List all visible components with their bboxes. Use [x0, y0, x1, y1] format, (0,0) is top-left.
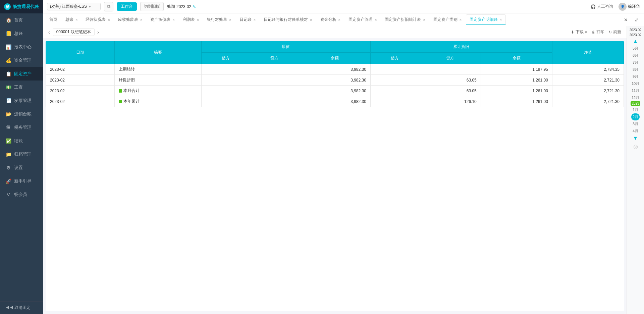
nav-next-arrow[interactable]: › [97, 30, 99, 35]
timeline-month[interactable]: 10月 [630, 80, 641, 87]
timeline-month[interactable]: 2月 [631, 113, 640, 120]
timeline-month[interactable]: 12月 [630, 94, 641, 101]
col-summary: 摘要 [115, 41, 201, 64]
sidebar-label-general-ledger: 总账 [14, 31, 23, 37]
timeline-month[interactable]: 8月 [630, 66, 641, 73]
tab-bank-statement[interactable]: 银行对账单× [203, 14, 235, 25]
timeline-month[interactable]: 6月 [630, 52, 641, 59]
company-selector[interactable]: (劝募) 江西服垒-LSS ▼ [47, 3, 101, 10]
tab-close-fa-management[interactable]: × [375, 18, 377, 22]
tab-label-profit-statement: 利润表 [183, 17, 195, 22]
timeline-month[interactable]: 11月 [630, 87, 641, 94]
sidebar-label-vip: 畅会员 [14, 192, 27, 198]
maximize-button[interactable]: ⤢ [632, 15, 641, 24]
cell-ad-debit [370, 64, 419, 75]
tab-journal[interactable]: 日记账× [236, 14, 259, 25]
cell-net-value: 2,721.30 [552, 96, 624, 107]
tab-journal-bank-check[interactable]: 日记账与银行对账单核对× [260, 14, 316, 25]
sidebar-icon-settlement: ✅ [5, 138, 11, 144]
sidebar-item-beginner-guide[interactable]: 🚀新手引导 [0, 174, 43, 188]
tab-close-profit-statement[interactable]: × [197, 18, 199, 22]
sidebar-item-settlement[interactable]: ✅结账 [0, 134, 43, 148]
cell-ov-balance: 3,982.30 [299, 96, 370, 107]
tab-close-receivables[interactable]: × [140, 18, 142, 22]
cell-ov-balance: 3,982.30 [299, 86, 370, 96]
nav-prev-arrow[interactable]: ‹ [48, 30, 50, 35]
close-all-tabs-button[interactable]: ✕ [621, 15, 631, 24]
print-button[interactable]: 🖨 打印 [591, 29, 604, 35]
sidebar-item-invoice-management[interactable]: 🧾发票管理 [0, 94, 43, 107]
print-label: 打印 [596, 29, 604, 35]
timeline-months-after: 1月2月3月4月 [631, 106, 640, 135]
cell-ov-credit [250, 64, 299, 75]
timeline-month[interactable]: 1月 [631, 106, 640, 113]
download-button[interactable]: ⬇ 下载 ▾ [571, 29, 587, 35]
tab-close-business-status[interactable]: × [108, 18, 110, 22]
sidebar-item-archive-management[interactable]: 📁归档管理 [0, 148, 43, 161]
copy-button[interactable]: ⧉ [104, 2, 113, 11]
tab-label-journal-bank-check: 日记账与银行对账单核对 [264, 17, 308, 22]
timeline-down-button[interactable]: ▼ [632, 135, 639, 142]
tab-close-balance-sheet[interactable]: × [172, 18, 174, 22]
refresh-icon: ↻ [608, 30, 612, 35]
switch-old-button[interactable]: 切到旧版 [140, 2, 164, 11]
sidebar-item-vip[interactable]: V畅会员 [0, 188, 43, 201]
table-row: 2023-02 本月合计 3,982.30 63.05 1,261.00 2,7… [46, 86, 624, 96]
tab-close-bank-statement[interactable]: × [229, 18, 231, 22]
tab-home[interactable]: 首页 [46, 14, 61, 25]
user-info[interactable]: 👤 徐泽华 [619, 3, 640, 11]
timeline-month[interactable]: 9月 [630, 73, 641, 80]
tab-fa-detail[interactable]: 固定资产明细账× [466, 14, 505, 25]
timeline-month[interactable]: 3月 [631, 120, 640, 127]
tab-close-fa-category[interactable]: × [460, 18, 462, 22]
sidebar-item-payroll[interactable]: 💵工资 [0, 81, 43, 94]
sidebar-item-fund-management[interactable]: 💰资金管理 [0, 54, 43, 67]
tab-fund-analysis[interactable]: 资金分析× [317, 14, 344, 25]
cell-net-value: 2,721.30 [552, 75, 624, 86]
sidebar-label-fund-management: 资金管理 [14, 57, 32, 63]
col-original-value: 原值 [201, 41, 370, 53]
sidebar-item-tax-management[interactable]: 🏛税务管理 [0, 121, 43, 134]
sidebar-item-report-center[interactable]: 📊报表中心 [0, 40, 43, 54]
timeline-month[interactable]: 5月 [630, 45, 641, 52]
tab-profit-statement[interactable]: 利润表× [179, 14, 203, 25]
tab-close-journal[interactable]: × [254, 18, 256, 22]
table-row: 2023-02 本年累计 3,982.30 126.10 1,261.00 2,… [46, 96, 624, 107]
tab-general-ledger[interactable]: 总账× [62, 14, 81, 25]
period-edit-icon[interactable]: ✎ [193, 4, 196, 9]
cell-ov-balance: 3,982.30 [299, 64, 370, 75]
sidebar-nav: 🏠首页📒总账📊报表中心💰资金管理📋固定资产💵工资🧾发票管理📂进销台账🏛税务管理✅… [0, 13, 43, 301]
sidebar-icon-sales-ledger: 📂 [5, 111, 11, 117]
workbench-button[interactable]: 工作台 [117, 2, 137, 11]
tab-close-general-ledger[interactable]: × [75, 18, 77, 22]
tab-balance-sheet[interactable]: 资产负债表× [147, 14, 178, 25]
tab-label-receivables: 应收账龄表 [118, 17, 138, 22]
timeline-month[interactable]: 7月 [630, 59, 641, 66]
sidebar-item-sales-ledger[interactable]: 📂进销台账 [0, 107, 43, 121]
tab-fa-management[interactable]: 固定资产管理× [345, 14, 380, 25]
timeline-month[interactable]: 4月 [631, 127, 640, 135]
download-icon: ⬇ [571, 30, 574, 35]
sidebar-footer[interactable]: ◀◀ 取消固定 [0, 301, 43, 314]
asset-name: 联想笔记本 [71, 30, 91, 34]
tab-close-fa-detail[interactable]: × [500, 17, 502, 21]
tab-business-status[interactable]: 经营状况表× [82, 14, 113, 25]
tab-receivables[interactable]: 应收账龄表× [114, 14, 146, 25]
human-service-button[interactable]: 🎧 人工咨询 [591, 4, 613, 9]
col-accumulated-depreciation: 累计折旧 [370, 41, 552, 53]
tag-green [119, 100, 122, 103]
timeline-up-button[interactable]: ▲ [632, 38, 639, 45]
tab-close-fund-analysis[interactable]: × [338, 18, 340, 22]
sub-nav: ‹ 000001 联想笔记本 › ⬇ 下载 ▾ 🖨 打印 [43, 26, 627, 38]
tab-fa-depreciation-stats[interactable]: 固定资产折旧统计表× [381, 14, 429, 25]
sidebar-item-fixed-assets[interactable]: 📋固定资产 [0, 67, 43, 81]
sidebar-item-home[interactable]: 🏠首页 [0, 13, 43, 27]
col-ad-balance: 余额 [481, 53, 552, 64]
tab-close-fa-depreciation-stats[interactable]: × [423, 18, 425, 22]
tab-fa-category[interactable]: 固定资产类别× [430, 14, 465, 25]
sidebar-item-settings[interactable]: ⚙设置 [0, 161, 43, 174]
sidebar-item-general-ledger[interactable]: 📒总账 [0, 27, 43, 40]
refresh-button[interactable]: ↻ 刷新 [608, 29, 621, 35]
tab-close-journal-bank-check[interactable]: × [310, 18, 312, 22]
year-badge: 2023 [631, 101, 640, 106]
